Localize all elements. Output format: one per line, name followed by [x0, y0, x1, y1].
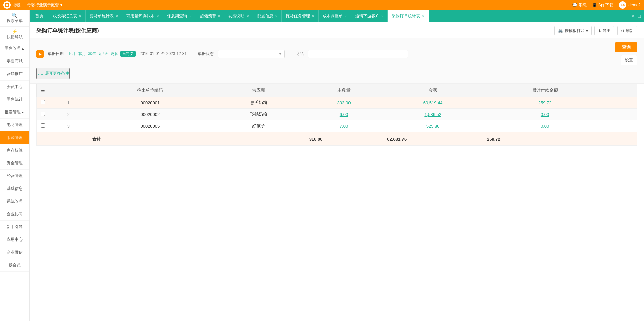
sidebar-item-label-enterprise-cooperation: 企业协同 [7, 212, 23, 216]
tab-close-purchase-summary[interactable]: × [422, 14, 424, 18]
filter-toggle-button[interactable]: ▶ [36, 50, 44, 58]
sidebar-item-retail-stats[interactable]: 零售统计 [0, 93, 29, 106]
shortcut-last-month[interactable]: 上月 [68, 51, 76, 57]
shortcut-this-year[interactable]: 本年 [88, 51, 96, 57]
tab-close-available-inventory[interactable]: × [157, 14, 159, 18]
tab-cost-adjust[interactable]: 成本调整单× [319, 10, 351, 22]
tab-close-order-summary[interactable]: × [116, 14, 118, 18]
row-checkbox[interactable] [41, 100, 45, 104]
workspace-arrow: ▾ [60, 3, 62, 7]
tab-close-pickup-task[interactable]: × [312, 14, 314, 18]
tab-overstock-warning[interactable]: 超储预警× [196, 10, 224, 22]
sidebar-item-marketing[interactable]: 营销推广 [0, 68, 29, 81]
sidebar-item-inventory-check[interactable]: 库存核算 [0, 144, 29, 157]
row-checkbox[interactable] [41, 112, 45, 116]
page-content: 采购订单统计表(按供应商) 🖨️ 按模板打印 ▾ ⬇ 导出 ↺ [30, 22, 644, 321]
user-name: demo2 [628, 3, 641, 7]
footer-settings [37, 132, 49, 146]
sidebar-item-retail-management[interactable]: 零售管理▲ [0, 42, 29, 55]
close-window-button[interactable]: ✕ [631, 13, 635, 19]
tab-config-info[interactable]: 配置信息× [253, 10, 282, 22]
sidebar-item-system-management[interactable]: 系统管理 [0, 195, 29, 208]
tab-close-warranty-query[interactable]: × [189, 14, 191, 18]
sidebar-search[interactable]: 🔍 搜索菜单 [0, 10, 29, 27]
tab-home[interactable]: 首页 [30, 10, 49, 22]
sidebar-item-retail-store[interactable]: 零售商城 [0, 55, 29, 68]
export-button[interactable]: ⬇ 导出 [594, 26, 614, 35]
row-main-qty[interactable]: 7.00 [305, 120, 383, 132]
sidebar-item-member-center[interactable]: 会员中心 [0, 81, 29, 93]
row-paid-amount[interactable]: 0.00 [483, 120, 607, 132]
sidebar-item-new-guide[interactable]: 新手引导 [0, 221, 29, 233]
tab-label-pickup-task: 拣货任务管理 [286, 13, 310, 19]
tab-available-inventory[interactable]: 可用量库存账本× [122, 10, 163, 22]
tab-bar: 首页收发存汇总表×要货单统计表×可用量库存账本×保质期查询×超储预警×功能说明×… [30, 10, 644, 22]
row-paid-amount[interactable]: 259.72 [483, 97, 607, 109]
sidebar-nav[interactable]: ⚡ 快捷导航 [0, 27, 29, 42]
tab-receive-summary[interactable]: 收发存汇总表× [49, 10, 86, 22]
sidebar-item-wholesale-management[interactable]: 批发管理▲ [0, 106, 29, 119]
tab-close-config-info[interactable]: × [275, 14, 277, 18]
col-supplier: 供应商 [212, 84, 305, 97]
tab-invite-downstream[interactable]: 邀请下游客户× [351, 10, 388, 22]
goods-input[interactable] [308, 50, 408, 58]
app-download-button[interactable]: 📱 App下载 [592, 2, 613, 8]
row-amount[interactable]: 60,519.44 [383, 97, 483, 109]
sidebar-item-app-center[interactable]: 应用中心 [0, 233, 29, 246]
settings-button[interactable]: 设置 [621, 55, 637, 65]
tab-close-function-desc[interactable]: × [247, 14, 249, 18]
filter-actions: 查询 设置 [615, 42, 637, 65]
table-row: 1 00020001 惠氏奶粉 303.00 60,519.44 259.72 [37, 97, 637, 109]
sidebar-item-purchase-management[interactable]: 采购管理 [0, 131, 29, 144]
tab-label-order-summary: 要货单统计表 [90, 13, 114, 19]
row-checkbox[interactable] [41, 123, 45, 128]
sidebar-item-finance-management[interactable]: 资金管理 [0, 157, 29, 170]
tab-pickup-task[interactable]: 拣货任务管理× [282, 10, 318, 22]
tabs-container: 首页收发存汇总表×要货单统计表×可用量库存账本×保质期查询×超储预警×功能说明×… [30, 10, 628, 22]
sidebar-item-enterprise-cooperation[interactable]: 企业协同 [0, 208, 29, 221]
sidebar-item-enterprise-wechat[interactable]: 企业微信 [0, 246, 29, 259]
workspace-selector[interactable]: 母婴行业演示账套 ▾ [27, 2, 62, 8]
expand-window-button[interactable]: □ [638, 13, 641, 19]
shortcut-this-month[interactable]: 本月 [78, 51, 86, 57]
tab-close-receive-summary[interactable]: × [79, 14, 81, 18]
row-unit-code: 00020005 [88, 120, 212, 132]
goods-more-options[interactable]: ··· [412, 51, 417, 57]
tab-order-summary[interactable]: 要货单统计表× [86, 10, 122, 22]
status-select[interactable] [218, 50, 285, 58]
shortcut-more[interactable]: 更多 [110, 51, 118, 57]
sidebar-item-ecommerce-management[interactable]: 电商管理 [0, 119, 29, 131]
query-button[interactable]: 查询 [615, 42, 637, 52]
tab-function-desc[interactable]: 功能说明× [224, 10, 253, 22]
tab-close-overstock-warning[interactable]: × [218, 14, 220, 18]
tab-warranty-query[interactable]: 保质期查询× [163, 10, 196, 22]
row-paid-amount[interactable]: 0.00 [483, 109, 607, 120]
sidebar-item-label-retail-stats: 零售统计 [7, 97, 23, 102]
export-label: 导出 [603, 28, 611, 34]
message-button[interactable]: 💬 消息 [572, 2, 587, 8]
user-profile[interactable]: Ea demo2 [619, 1, 641, 9]
template-print-button[interactable]: 🖨️ 按模板打印 ▾ [554, 26, 592, 35]
tab-label-receive-summary: 收发存汇总表 [53, 13, 77, 19]
refresh-button[interactable]: ↺ 刷新 [617, 26, 637, 35]
row-main-qty[interactable]: 303.00 [305, 97, 383, 109]
print-icon: 🖨️ [558, 29, 563, 33]
expand-more-label: 展开更多条件 [45, 71, 69, 76]
row-main-qty[interactable]: 6.00 [305, 109, 383, 120]
user-avatar: Ea [619, 1, 626, 9]
page-title: 采购订单统计表(按供应商) [36, 27, 99, 34]
row-amount[interactable]: 525.80 [383, 120, 483, 132]
sidebar-item-basic-info[interactable]: 基础信息 [0, 182, 29, 195]
sidebar-item-label-wholesale-management: 批发管理 [5, 109, 21, 115]
tab-close-invite-downstream[interactable]: × [381, 14, 383, 18]
shortcut-7days[interactable]: 近7天 [98, 51, 108, 57]
tab-close-cost-adjust[interactable]: × [345, 14, 347, 18]
expand-more-button[interactable]: ⌄⌄ 展开更多条件 [36, 68, 70, 79]
table-body: 1 00020001 惠氏奶粉 303.00 60,519.44 259.72 … [37, 97, 637, 132]
footer-seq [49, 132, 88, 146]
download-icon: 📱 [592, 3, 597, 7]
sidebar-item-business-management[interactable]: 经营管理 [0, 170, 29, 182]
tab-purchase-summary[interactable]: 采购订单统计表× [388, 10, 428, 22]
sidebar-item-member[interactable]: 畅会员 [0, 259, 29, 272]
row-amount[interactable]: 1,586.52 [383, 109, 483, 120]
